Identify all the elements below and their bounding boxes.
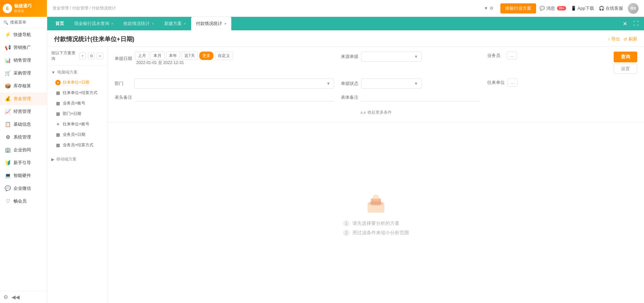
sidebar-item-wechat[interactable]: 💬 企业微信 [0, 182, 47, 195]
query-btn[interactable]: 查询 [614, 52, 637, 62]
dropdown-arrow-icon[interactable]: ▼ [484, 6, 488, 11]
tab-bank-flow[interactable]: 现金银行流水查询 × [69, 17, 118, 30]
scheme-staff-settle-label: 业务员+结算方式 [63, 142, 93, 148]
tip-num-2: 2 [343, 230, 350, 236]
mobile-scheme-group: ▶ 移动端方案 [47, 152, 108, 166]
tab-new-scheme[interactable]: 新建方案 × [159, 17, 191, 30]
date-btn-this-month[interactable]: 本月 [150, 52, 165, 60]
sidebar-item-finance[interactable]: 💰 资金管理 [0, 92, 47, 105]
scheme-panel-header-icons: + ⚙ « [79, 53, 104, 59]
tab-new-scheme-close[interactable]: × [184, 22, 186, 26]
tab-receipt-stat[interactable]: 收款情况统计 × [119, 17, 158, 30]
sidebar-item-inventory[interactable]: 📦 库存核算 [0, 80, 47, 92]
desktop-collapse-icon: ▼ [51, 70, 55, 75]
table-head-note-control [135, 93, 334, 101]
sidebar-item-basic[interactable]: 📋 基础信息 [0, 118, 47, 131]
mobile-group-title[interactable]: ▶ 移动端方案 [47, 154, 108, 164]
collapse-panel-btn[interactable]: « [97, 53, 104, 59]
sidebar-item-quick-nav[interactable]: ⚡ 快捷导航 [0, 28, 47, 41]
add-scheme-btn[interactable]: + [79, 53, 86, 59]
tab-home[interactable]: 首页 [51, 17, 69, 30]
trial-btn[interactable]: 体验行业方案 [500, 3, 536, 13]
search-menu[interactable]: 🔍 搜索菜单 [0, 17, 47, 28]
source-select[interactable]: ▼ [361, 52, 422, 62]
table-head-note-input[interactable] [135, 93, 334, 101]
date-btn-more[interactable]: 更多 [199, 52, 213, 60]
scheme-grid-icon5: ▦ [55, 143, 61, 148]
desktop-group-label: 电脑端方案 [57, 69, 78, 75]
app-download-btn[interactable]: 📱 App下载 [571, 5, 594, 11]
marketing-icon: 📢 [5, 44, 11, 51]
date-btn-custom[interactable]: 自定义 [215, 52, 233, 60]
sidebar-item-operation[interactable]: 📈 经营管理 [0, 105, 47, 118]
tab-bank-flow-close[interactable]: × [111, 22, 113, 26]
sidebar-item-marketing[interactable]: 📢 营销推广 [0, 41, 47, 54]
scheme-item-partner-settle[interactable]: ▦ 往来单位+结算方式 [47, 88, 108, 98]
scheme-item-dept-date[interactable]: ▦ 部门+日期 [47, 109, 108, 119]
user-avatar[interactable]: Rit [628, 3, 639, 14]
tab-receipt-stat-label: 收款情况统计 [123, 21, 150, 27]
topbar-settings-icon[interactable]: ⚙ [490, 6, 494, 11]
mobile-group-label: 移动端方案 [56, 156, 77, 162]
sidebar-item-enterprise[interactable]: 🏢 企业协同 [0, 144, 47, 156]
settings-btn[interactable]: 设置 [614, 64, 637, 74]
scheme-item-staff-account[interactable]: ▦ 业务员+账号 [47, 98, 108, 109]
staff-picker-btn[interactable]: … [507, 52, 517, 60]
scheme-item-partner-account[interactable]: ≡ 往来单位+账号 [47, 119, 108, 129]
export-btn[interactable]: ↑ 导出 [608, 36, 620, 42]
query-btns: 查询 设置 [614, 52, 637, 74]
sidebar-item-system[interactable]: ⚙ 系统管理 [0, 131, 47, 144]
voucher-status-select[interactable]: ▼ [361, 79, 422, 89]
purchase-icon: 🛒 [5, 70, 11, 76]
collapse-sidebar-icon[interactable]: ◀◀ [11, 294, 20, 300]
sidebar-item-sales[interactable]: 📊 销售管理 [0, 54, 47, 67]
collapse-conditions-btn[interactable]: ∧∧ 收起更多条件 [360, 110, 392, 115]
sidebar-item-hardware[interactable]: 💻 智能硬件 [0, 169, 47, 182]
tab-receipt-stat-close[interactable]: × [152, 22, 154, 26]
source-arrow-icon: ▼ [414, 54, 418, 59]
date-btn-7days[interactable]: 近7天 [181, 52, 198, 60]
tab-payment-stat[interactable]: 付款情况统计 × [191, 17, 231, 30]
collapse-conditions-icon: ∧∧ [360, 110, 366, 115]
tab-payment-stat-close[interactable]: × [224, 22, 226, 26]
svg-point-2 [373, 194, 379, 201]
close-all-tabs-btn[interactable]: ✕ [621, 20, 629, 28]
main-area: 资金管理 / 付款管理 / 付款情况统计 ▼ ⚙ 体验行业方案 💬 消息 99+… [47, 0, 644, 303]
refresh-btn[interactable]: ↺ 刷新 [623, 36, 637, 42]
filter-form: 单据日期 上月 本月 本年 近7天 更多 自定义 20 [108, 47, 644, 122]
scheme-grid-icon2: ▦ [55, 101, 61, 106]
tab-new-scheme-label: 新建方案 [164, 21, 182, 27]
date-btn-last-month[interactable]: 上月 [135, 52, 149, 60]
content-body: 按以下方案查询 + ⚙ « ▼ [47, 47, 644, 303]
app-download-label: App下载 [578, 5, 594, 11]
wechat-label: 企业微信 [13, 185, 31, 191]
topbar-actions: 💬 消息 99+ 📱 App下载 🎧 在线客服 Rit [539, 3, 639, 14]
quick-nav-label: 快捷导航 [13, 32, 31, 38]
sidebar-item-purchase[interactable]: 🛒 采购管理 [0, 67, 47, 80]
desktop-group-title[interactable]: ▼ 电脑端方案 [47, 67, 108, 77]
enterprise-label: 企业协同 [13, 147, 31, 153]
partner-picker-btn[interactable]: … [507, 79, 518, 87]
filter-row-1: 单据日期 上月 本月 本年 近7天 更多 自定义 20 [115, 52, 637, 74]
online-service-btn[interactable]: 🎧 在线客服 [599, 5, 623, 11]
date-btn-this-year[interactable]: 本年 [166, 52, 180, 60]
settings-gear-icon[interactable]: ⚙ [3, 294, 8, 300]
scheme-item-staff-settle[interactable]: ▦ 业务员+结算方式 [47, 140, 108, 150]
download-icon: 📱 [571, 6, 576, 11]
date-range-value: 2022-01-01 至 2022-12-31 [136, 60, 334, 66]
scheme-item-partner-date[interactable]: ● 往来单位+日期 [47, 77, 108, 88]
scheme-item-staff-date[interactable]: ▦ 业务员+日期 [47, 129, 108, 140]
scheme-active-icon: ● [55, 80, 61, 85]
dept-select[interactable]: ▼ [134, 79, 334, 89]
breadcrumb: 资金管理 / 付款管理 / 付款情况统计 [53, 5, 480, 11]
mobile-expand-icon: ▶ [51, 157, 54, 162]
maximize-btn[interactable]: ⛶ [631, 20, 641, 28]
sidebar-item-member[interactable]: ♡ 畅会员 [0, 195, 47, 208]
sidebar-item-guide[interactable]: 🔰 新手引导 [0, 156, 47, 169]
scheme-grid-icon: ▦ [55, 90, 61, 96]
filter-row-3: 表头备注 表体备注 [115, 93, 637, 101]
online-service-label: 在线客服 [606, 5, 623, 11]
scheme-settings-btn[interactable]: ⚙ [88, 53, 95, 59]
messages-btn[interactable]: 💬 消息 99+ [539, 5, 566, 11]
table-body-note-input[interactable] [361, 93, 480, 101]
